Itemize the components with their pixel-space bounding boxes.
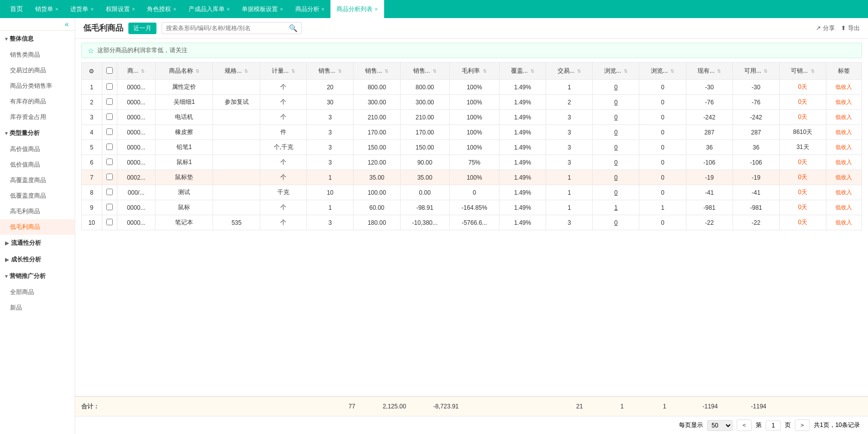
row-sell-days: 0天: [779, 200, 826, 215]
sidebar-item-new-products[interactable]: 新品: [0, 300, 75, 316]
th-name[interactable]: 商品名称 ⇅: [155, 63, 213, 80]
close-icon[interactable]: ×: [375, 6, 378, 12]
th-settings[interactable]: ⚙: [82, 63, 102, 80]
next-page-btn[interactable]: ＞: [795, 419, 810, 431]
nav-permission[interactable]: 权限设置 ×: [100, 0, 141, 18]
sidebar-item-low-margin[interactable]: 低毛利商品: [0, 219, 75, 235]
search-input[interactable]: [166, 25, 289, 32]
row-select-checkbox[interactable]: [106, 128, 113, 135]
th-current-stock[interactable]: 现有... ⇅: [686, 63, 733, 80]
sidebar-item-high-coverage[interactable]: 高覆盖度商品: [0, 173, 75, 188]
row-sale-amt: 170.00: [354, 125, 400, 140]
sidebar-group-growth[interactable]: ▶ 成长性分析: [0, 251, 75, 268]
nav-sales[interactable]: 销货单 ×: [29, 0, 64, 18]
row-checkbox[interactable]: [102, 185, 117, 200]
close-icon[interactable]: ×: [227, 6, 230, 12]
row-current-stock: -30: [686, 80, 733, 95]
row-checkbox[interactable]: [102, 170, 117, 185]
th-spec[interactable]: 规格... ⇅: [213, 63, 260, 80]
row-checkbox[interactable]: [102, 95, 117, 110]
row-sale-profit: 300.00: [400, 95, 449, 110]
row-views1: 0: [593, 170, 639, 185]
row-select-checkbox[interactable]: [106, 143, 113, 150]
close-icon[interactable]: ×: [321, 6, 324, 12]
row-select-checkbox[interactable]: [106, 159, 113, 165]
per-page-select[interactable]: 50 100 200: [707, 420, 733, 431]
nav-template[interactable]: 单据模板设置 ×: [236, 0, 289, 18]
row-coverage: 1.49%: [499, 80, 546, 95]
sidebar-group-circulation[interactable]: ▶ 流通性分析: [0, 235, 75, 251]
row-select-checkbox[interactable]: [106, 204, 113, 210]
row-no: 4: [82, 125, 102, 140]
sidebar-item-high-value[interactable]: 高价值商品: [0, 141, 75, 157]
th-views2[interactable]: 浏览... ⇅: [639, 63, 686, 80]
th-views1[interactable]: 浏览... ⇅: [593, 63, 639, 80]
row-checkbox[interactable]: [102, 80, 117, 95]
row-checkbox[interactable]: [102, 125, 117, 140]
row-checkbox[interactable]: [102, 140, 117, 155]
nav-product-analysis[interactable]: 商品分析 ×: [289, 0, 330, 18]
row-gross-rate: 100%: [449, 110, 499, 125]
filter-btn[interactable]: 近一月: [128, 23, 156, 34]
row-select-checkbox[interactable]: [106, 219, 113, 225]
sidebar-group-marketing[interactable]: ▾ 营销推广分析: [0, 268, 75, 284]
sidebar-item-all-products[interactable]: 全部商品: [0, 284, 75, 300]
sidebar-item-high-margin[interactable]: 高毛利商品: [0, 204, 75, 219]
close-icon[interactable]: ×: [173, 6, 176, 12]
sidebar-item-inventory-capital[interactable]: 库存资金占用: [0, 109, 75, 125]
th-avail-stock[interactable]: 可用... ⇅: [733, 63, 779, 80]
close-icon[interactable]: ×: [132, 6, 135, 12]
select-all-checkbox[interactable]: [106, 67, 113, 74]
th-coverage[interactable]: 覆盖... ⇅: [499, 63, 546, 80]
row-gross-rate: 100%: [449, 95, 499, 110]
sidebar-item-low-value[interactable]: 低价值商品: [0, 157, 75, 173]
row-no: 1: [82, 80, 102, 95]
th-tag[interactable]: 标签: [826, 63, 861, 80]
th-sale-qty[interactable]: 销售... ⇅: [307, 63, 354, 80]
sidebar-item-category-sales[interactable]: 商品分类销售率: [0, 78, 75, 94]
sidebar-item-low-coverage[interactable]: 低覆盖度商品: [0, 188, 75, 204]
th-sell-days[interactable]: 可销... ⇅: [779, 63, 826, 80]
sort-icon: ⇅: [531, 69, 535, 74]
nav-product-analysis-list[interactable]: 商品分析列表 ×: [330, 0, 384, 18]
row-checkbox[interactable]: [102, 155, 117, 170]
row-checkbox[interactable]: [102, 110, 117, 125]
search-box[interactable]: 🔍: [161, 22, 302, 34]
th-code[interactable]: 商... ⇅: [117, 63, 155, 80]
close-icon[interactable]: ×: [90, 6, 93, 12]
row-select-checkbox[interactable]: [106, 98, 113, 105]
per-page-label: 每页显示: [679, 421, 703, 429]
row-select-checkbox[interactable]: [106, 174, 113, 180]
row-checkbox[interactable]: [102, 215, 117, 230]
nav-home[interactable]: 首页: [4, 0, 29, 18]
notice-text: 这部分商品的利润非常低，请关注: [97, 46, 188, 55]
sidebar-item-traded-products[interactable]: 交易过的商品: [0, 63, 75, 78]
row-views2: 0: [639, 215, 686, 230]
row-checkbox[interactable]: [102, 200, 117, 215]
row-current-stock: 287: [686, 125, 733, 140]
prev-page-btn[interactable]: ＜: [737, 419, 752, 431]
row-select-checkbox[interactable]: [106, 113, 113, 120]
th-sale-profit[interactable]: 销售... ⇅: [400, 63, 449, 80]
th-unit[interactable]: 计量... ⇅: [260, 63, 307, 80]
close-icon[interactable]: ×: [55, 6, 58, 12]
th-sale-amt[interactable]: 销售... ⇅: [354, 63, 400, 80]
table-row: 8 000/... 测试 千克 10 100.00 0.00 0 1.49% 1…: [82, 185, 862, 200]
sidebar-group-type-analysis[interactable]: ▾ 类型量分析: [0, 125, 75, 141]
close-icon[interactable]: ×: [280, 6, 283, 12]
sidebar-item-sale-products[interactable]: 销售类商品: [0, 47, 75, 63]
sidebar-item-inventory-products[interactable]: 有库存的商品: [0, 94, 75, 109]
th-checkbox[interactable]: [102, 63, 117, 80]
share-button[interactable]: ↗ 分享: [816, 24, 835, 33]
sidebar-collapse-btn[interactable]: «: [63, 20, 71, 28]
sidebar-group-overall[interactable]: ▾ 整体信息: [0, 31, 75, 47]
row-select-checkbox[interactable]: [106, 83, 113, 90]
th-trade-count[interactable]: 交易... ⇅: [546, 63, 593, 80]
export-button[interactable]: ⬆ 导出: [841, 24, 860, 33]
total-avail-stock: -1194: [735, 400, 783, 413]
th-gross-rate[interactable]: 毛利率 ⇅: [449, 63, 499, 80]
nav-role[interactable]: 角色授权 ×: [141, 0, 182, 18]
nav-product-entry[interactable]: 产成品入库单 ×: [183, 0, 236, 18]
nav-purchase[interactable]: 进货单 ×: [64, 0, 99, 18]
row-select-checkbox[interactable]: [106, 189, 113, 195]
